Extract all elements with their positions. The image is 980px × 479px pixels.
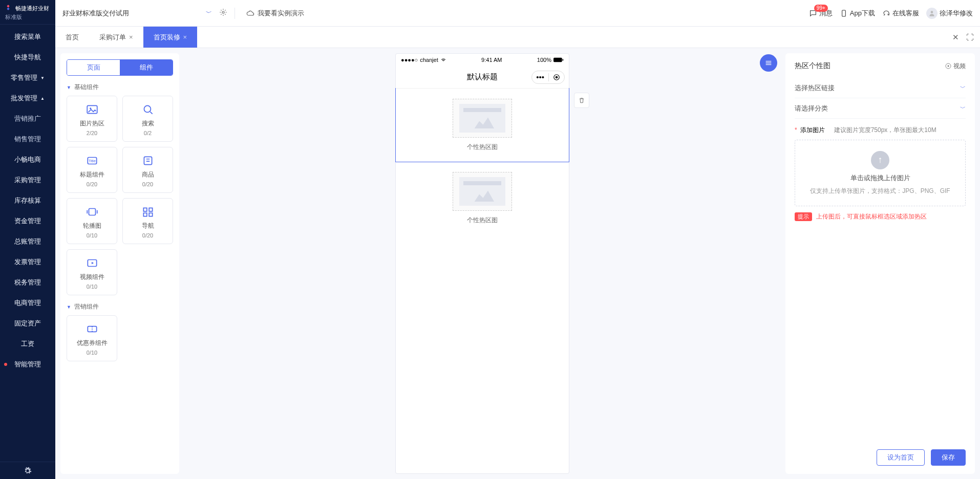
canvas-block-1[interactable]: 个性热区图: [395, 88, 569, 162]
sidebar-item[interactable]: 总账管理: [0, 231, 55, 252]
sidebar-item[interactable]: 采购管理: [0, 170, 55, 190]
sidebar-item[interactable]: 批发管理: [0, 88, 55, 108]
set-home-button[interactable]: 设为首页: [877, 449, 925, 466]
canvas-block-2[interactable]: 个性热区图: [396, 162, 569, 235]
brand-logo: 畅捷通好业财: [0, 0, 55, 13]
card-count: 0/20: [142, 181, 153, 187]
segment-control: 页面 组件: [67, 59, 173, 76]
demo-button[interactable]: 我要看实例演示: [246, 9, 304, 18]
app-download-button[interactable]: App下载: [840, 9, 875, 18]
hamburger-icon: [764, 59, 773, 67]
carousel-icon: [84, 204, 100, 220]
battery-icon: [553, 57, 564, 62]
tabbar-tools: ✕ ⛶: [952, 27, 980, 48]
group-basic[interactable]: 基础组件: [67, 83, 173, 92]
component-card-search[interactable]: 搜索0/2: [122, 96, 173, 142]
segment-component[interactable]: 组件: [120, 60, 173, 75]
card-count: 0/10: [87, 232, 97, 238]
tip-row: 提示 上传图后，可直接鼠标框选区域添加热区: [795, 212, 966, 221]
svg-rect-13: [149, 213, 153, 216]
category-select[interactable]: 请选择分类 ﹀: [795, 98, 966, 119]
sidebar-item[interactable]: 搜索菜单: [0, 27, 55, 47]
upload-icon: ↑: [871, 151, 889, 169]
coupon-icon: [84, 321, 100, 337]
component-card-carousel[interactable]: 轮播图0/10: [67, 198, 117, 244]
close-icon[interactable]: ×: [129, 33, 133, 41]
logo-icon: [4, 4, 12, 12]
video-icon: [84, 255, 100, 271]
tab[interactable]: 首页装修×: [143, 27, 198, 48]
trash-icon: [578, 97, 585, 104]
headset-icon: [882, 9, 890, 17]
add-image-label: 添加图片: [800, 126, 825, 134]
sidebar-settings[interactable]: [0, 462, 55, 479]
group-marketing[interactable]: 营销组件: [67, 302, 173, 311]
svg-rect-8: [144, 157, 152, 164]
phone-title: 默认标题: [467, 72, 498, 82]
user-menu[interactable]: 徐泽华修改: [926, 8, 973, 19]
sidebar-item[interactable]: 固定资产: [0, 313, 55, 334]
delete-block-button[interactable]: [574, 93, 589, 108]
svg-rect-1: [842, 10, 846, 16]
nav-icon: [140, 204, 156, 220]
properties-panel: 热区个性图 视频 选择热区链接 ﹀ 请选择分类 ﹀ *添加图片 建议图片宽度7: [785, 53, 975, 474]
svg-rect-10: [143, 208, 147, 211]
sidebar-item[interactable]: 库存核算: [0, 190, 55, 211]
app-title-text: 好业财标准版交付试用: [62, 9, 129, 18]
sidebar-subitem[interactable]: 营销推广: [0, 108, 55, 129]
canvas-menu-fab[interactable]: [760, 54, 777, 72]
support-button[interactable]: 在线客服: [882, 9, 919, 18]
card-label: 标题组件: [80, 170, 104, 179]
gear-icon: [24, 467, 32, 475]
component-card-image[interactable]: 图片热区2/20: [67, 96, 117, 142]
component-card-goods[interactable]: 商品0/20: [122, 147, 173, 193]
phone-icon: [840, 9, 848, 17]
component-card-coupon[interactable]: 优惠券组件0/10: [67, 315, 117, 361]
card-label: 视频组件: [80, 273, 104, 281]
settings-button[interactable]: [219, 8, 227, 18]
sidebar-item[interactable]: 智能管理: [0, 354, 55, 375]
tab[interactable]: 采购订单×: [89, 27, 143, 48]
sidebar-item[interactable]: 电商管理: [0, 293, 55, 313]
sidebar-item[interactable]: 资金管理: [0, 211, 55, 231]
username: 徐泽华修改: [940, 9, 973, 18]
sidebar-item[interactable]: 税务管理: [0, 272, 55, 293]
wifi-icon: [440, 57, 446, 62]
messages-button[interactable]: 99+ 消息: [809, 9, 833, 18]
demo-label: 我要看实例演示: [258, 9, 304, 18]
sidebar-item[interactable]: 快捷导航: [0, 47, 55, 68]
card-count: 0/10: [87, 350, 97, 356]
app-title[interactable]: 好业财标准版交付试用 ﹀: [62, 9, 212, 18]
image-placeholder: [453, 99, 512, 138]
component-card-video[interactable]: 视频组件0/10: [67, 249, 117, 295]
fullscreen-button[interactable]: ⛶: [966, 33, 974, 41]
tab[interactable]: 首页: [55, 27, 89, 48]
svg-rect-9: [89, 208, 95, 215]
sidebar-item[interactable]: 零售管理: [0, 68, 55, 88]
component-card-title[interactable]: Title标题组件0/20: [67, 147, 117, 193]
upload-dropzone[interactable]: ↑ 单击或拖拽上传图片 仅支持上传单张图片，支持格式：JPG、PNG、GIF: [795, 140, 966, 206]
main: 好业财标准版交付试用 ﹀ 我要看实例演示 99+ 消息 App下载: [55, 0, 980, 479]
properties-title: 热区个性图: [795, 61, 830, 71]
image-icon: [84, 102, 100, 117]
card-label: 商品: [142, 170, 154, 179]
sidebar-item[interactable]: 发票管理: [0, 252, 55, 272]
video-help-link[interactable]: 视频: [945, 62, 966, 71]
badge: 99+: [814, 5, 828, 12]
svg-point-5: [144, 105, 151, 112]
image-placeholder: [453, 172, 512, 211]
play-icon: [945, 63, 951, 69]
component-card-nav[interactable]: 导航0/20: [122, 198, 173, 244]
miniapp-capsule[interactable]: •••: [531, 71, 565, 84]
segment-page[interactable]: 页面: [67, 60, 120, 75]
close-icon[interactable]: ×: [183, 33, 187, 41]
add-image-row: *添加图片 建议图片宽度750px，单张图最大10M: [795, 126, 966, 135]
sidebar-item[interactable]: 工资: [0, 334, 55, 354]
card-label: 导航: [142, 222, 154, 230]
sidebar-subitem[interactable]: 销售管理: [0, 129, 55, 149]
save-button[interactable]: 保存: [931, 449, 966, 466]
close-all-tabs[interactable]: ✕: [952, 33, 959, 42]
hotzone-link-select[interactable]: 选择热区链接 ﹀: [795, 78, 966, 98]
sidebar-item[interactable]: 小畅电商: [0, 149, 55, 170]
card-count: 0/10: [87, 284, 97, 290]
